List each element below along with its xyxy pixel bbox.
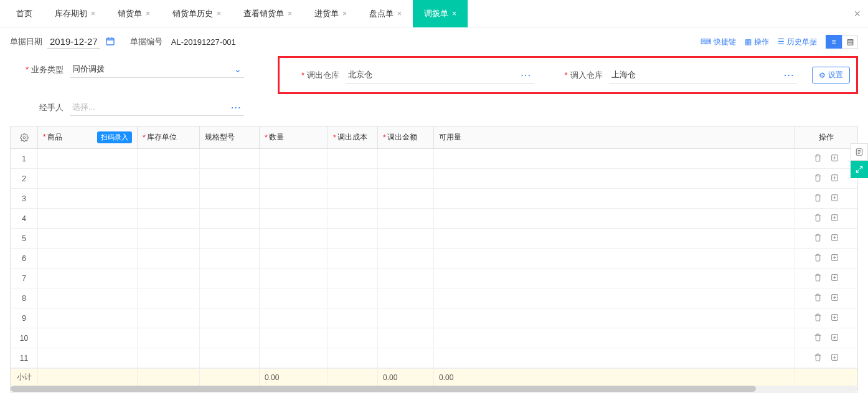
tab-sales-order[interactable]: 销货单× [106, 0, 161, 27]
tab-transfer-order[interactable]: 调拨单× [413, 0, 468, 27]
notes-icon[interactable] [851, 143, 868, 161]
delete-icon[interactable] [814, 254, 822, 264]
row-index: 7 [11, 269, 38, 288]
tab-home[interactable]: 首页 [5, 0, 44, 27]
chevron-down-icon: ⌄ [234, 64, 242, 74]
table-row[interactable]: 2 [11, 169, 857, 189]
in-warehouse-select[interactable]: 上海仓 ··· [609, 67, 798, 83]
history-link[interactable]: ☰历史单据 [778, 37, 817, 47]
close-icon[interactable]: × [146, 9, 150, 18]
close-icon[interactable]: × [452, 9, 456, 18]
keyboard-icon: ⌨ [701, 37, 711, 46]
svg-point-1 [23, 136, 26, 139]
table-row[interactable]: 7 [11, 269, 857, 288]
add-icon[interactable] [831, 254, 839, 264]
delete-icon[interactable] [814, 174, 822, 184]
row-index: 4 [11, 209, 38, 228]
delete-icon[interactable] [814, 234, 822, 244]
grid-icon: ▦ [745, 37, 752, 46]
close-icon[interactable]: × [91, 9, 95, 18]
add-icon[interactable] [831, 154, 839, 164]
delete-icon[interactable] [814, 194, 822, 204]
table-row[interactable]: 8 [11, 288, 857, 308]
biz-type-field: 业务类型 同价调拨 ⌄ [10, 56, 278, 83]
add-icon[interactable] [831, 293, 839, 303]
delete-icon[interactable] [814, 333, 822, 343]
add-icon[interactable] [831, 174, 839, 184]
delete-icon[interactable] [814, 274, 822, 283]
close-icon[interactable]: × [217, 9, 221, 18]
in-warehouse-label: 调入仓库 [549, 70, 609, 81]
grid-header: *商品扫码录入 *库存单位 规格型号 *数量 *调出成本 *调出金额 可用量 操… [11, 126, 857, 149]
more-icon: ··· [231, 103, 242, 112]
add-icon[interactable] [831, 194, 839, 204]
table-row[interactable]: 11 [11, 348, 857, 368]
operate-link[interactable]: ▦操作 [745, 37, 769, 47]
add-icon[interactable] [831, 214, 839, 224]
table-row[interactable]: 10 [11, 328, 857, 348]
table-row[interactable]: 5 [11, 229, 857, 249]
horizontal-scrollbar[interactable] [11, 386, 857, 392]
date-input[interactable]: 2019-12-27 [47, 35, 100, 49]
add-icon[interactable] [831, 274, 839, 283]
out-warehouse-select[interactable]: 北京仓 ··· [346, 67, 534, 83]
out-warehouse-label: 调出仓库 [286, 70, 346, 81]
shortcut-link[interactable]: ⌨快捷键 [701, 37, 736, 47]
view-toggle: ≡ ▤ [826, 35, 858, 49]
row-index: 8 [11, 288, 38, 308]
grid-body: 1234567891011 [11, 149, 857, 368]
svg-rect-0 [106, 38, 114, 45]
table-row[interactable]: 3 [11, 189, 857, 209]
handler-field: 经手人 选择... ··· [10, 94, 278, 121]
subtotal-qty: 0.00 [260, 369, 328, 386]
handler-label: 经手人 [10, 102, 70, 113]
grid-subtotal-row: 小计 0.00 0.00 0.00 [11, 368, 857, 386]
col-unit: *库存单位 [138, 126, 200, 148]
view-list-button[interactable]: ≡ [826, 35, 842, 49]
biz-type-select[interactable]: 同价调拨 ⌄ [70, 61, 244, 78]
view-grid-button[interactable]: ▤ [842, 35, 858, 49]
scan-input-badge[interactable]: 扫码录入 [97, 131, 132, 143]
close-all-icon[interactable]: × [854, 7, 861, 21]
tab-sales-history[interactable]: 销货单历史× [161, 0, 232, 27]
grid-container: *商品扫码录入 *库存单位 规格型号 *数量 *调出成本 *调出金额 可用量 操… [0, 126, 868, 393]
add-icon[interactable] [831, 353, 839, 363]
add-icon[interactable] [831, 313, 839, 323]
add-icon[interactable] [831, 234, 839, 244]
subtotal-avail: 0.00 [434, 369, 795, 386]
row-index: 6 [11, 249, 38, 268]
tab-stocktake[interactable]: 盘点单× [358, 0, 413, 27]
row-index: 3 [11, 189, 38, 208]
close-icon[interactable]: × [288, 9, 292, 18]
date-label: 单据日期 [10, 36, 42, 47]
warehouse-highlight-box: 调出仓库 北京仓 ··· 调入仓库 上海仓 ··· ⚙ 设置 [278, 56, 858, 94]
row-index: 2 [11, 169, 38, 188]
more-icon: ··· [521, 70, 532, 80]
row-index: 1 [11, 149, 38, 168]
close-icon[interactable]: × [397, 9, 402, 18]
settings-button[interactable]: ⚙ 设置 [812, 67, 850, 83]
delete-icon[interactable] [814, 154, 822, 164]
table-row[interactable]: 6 [11, 249, 857, 269]
handler-select[interactable]: 选择... ··· [70, 99, 244, 116]
tab-purchase-order[interactable]: 进货单× [303, 0, 358, 27]
tab-view-sales[interactable]: 查看销货单× [232, 0, 303, 27]
tab-inventory-init[interactable]: 库存期初× [44, 0, 106, 27]
delete-icon[interactable] [814, 313, 822, 323]
side-panel [851, 143, 868, 178]
table-row[interactable]: 9 [11, 308, 857, 328]
delete-icon[interactable] [814, 353, 822, 363]
table-row[interactable]: 1 [11, 149, 857, 169]
column-settings-button[interactable] [11, 126, 38, 148]
add-icon[interactable] [831, 333, 839, 343]
row-index: 9 [11, 308, 38, 328]
col-amount: *调出金额 [378, 126, 434, 148]
subtotal-amount: 0.00 [378, 369, 434, 386]
table-row[interactable]: 4 [11, 209, 857, 229]
more-icon: ··· [784, 70, 795, 80]
delete-icon[interactable] [814, 293, 822, 303]
delete-icon[interactable] [814, 214, 822, 224]
calendar-icon[interactable] [105, 36, 115, 48]
close-icon[interactable]: × [342, 9, 347, 18]
expand-icon[interactable] [851, 161, 868, 178]
